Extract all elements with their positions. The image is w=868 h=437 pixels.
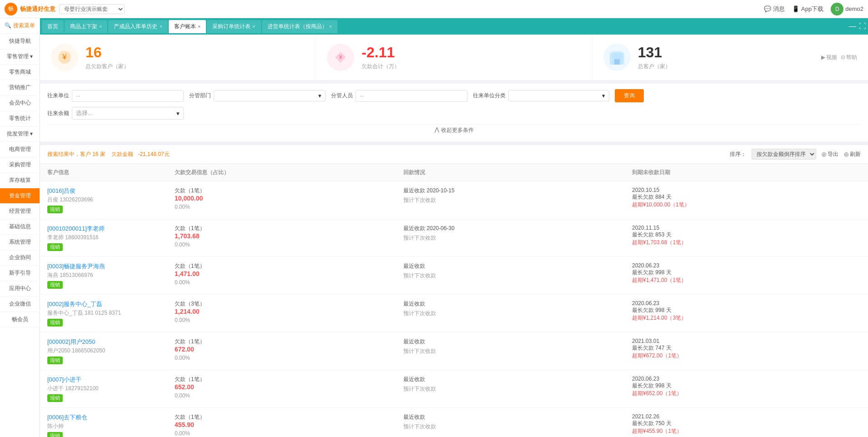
sidebar-item-operation[interactable]: 经营管理	[0, 204, 40, 219]
customer-name[interactable]: [000002]用户2050	[47, 338, 175, 346]
sidebar-item-label: 企业协同	[9, 254, 31, 261]
overdue-link[interactable]: 超期¥652.00（1笔）	[632, 390, 861, 397]
export-icon: ◎	[822, 151, 826, 157]
result-customer-count: 16	[92, 151, 98, 157]
stat-card-debtor-count: ¥ 16 总欠款客户（家）	[40, 35, 316, 80]
sidebar-item-marketing[interactable]: 营销推广	[0, 80, 40, 95]
tab-customer-account[interactable]: 客户账本 ×	[169, 20, 206, 33]
filter-from-unit-input[interactable]: ···	[72, 90, 184, 102]
sidebar-item-basic-info[interactable]: 基础信息	[0, 219, 40, 235]
collapse-row[interactable]: ⋀ 收起更多条件	[47, 124, 861, 136]
avatar: D	[831, 3, 843, 15]
customer-name[interactable]: [0003]畅捷服务尹海燕	[47, 262, 175, 271]
customer-contact: 服务中心_丁磊 181 0125 8371	[47, 309, 175, 317]
top-bar-left: 畅 畅捷通好生意 母婴行业演示账套	[5, 3, 125, 15]
customer-name[interactable]: [0007]小进干	[47, 376, 175, 384]
user-action[interactable]: D demo2	[831, 3, 863, 15]
message-action[interactable]: 💬 消息	[764, 5, 785, 13]
overdue-link[interactable]: 超期¥672.00（1笔）	[632, 352, 861, 360]
app-download-action[interactable]: 📱 App下载	[792, 5, 823, 13]
debt-info-cell: 欠款（1笔） 1,471.00 0.00%	[175, 262, 403, 286]
sidebar-item-label: 基础信息	[9, 223, 31, 230]
customer-name[interactable]: [0006]去下粮仓	[47, 413, 175, 422]
sidebar-item-member[interactable]: 会员中心	[0, 95, 40, 111]
debt-info-cell: 欠款（1笔） 10,000.00 0.00%	[175, 187, 403, 210]
sort-select[interactable]: 按欠款金额倒序排序	[752, 149, 816, 160]
tab-label: 进货单统计表（按商品）	[267, 23, 327, 30]
view-action[interactable]: ▶ 视频	[821, 54, 837, 61]
next-collection: 预计下次收款	[403, 196, 632, 204]
sidebar-item-batch-mgmt[interactable]: 批发管理 ▾	[0, 126, 40, 142]
filter-unit-category-dropdown[interactable]: ▾	[508, 90, 609, 101]
overdue-link[interactable]: 超期¥10,000.00（1笔）	[632, 201, 861, 209]
sidebar-item-guide[interactable]: 新手引导	[0, 266, 40, 281]
customer-name[interactable]: [00010200011]李老师	[47, 225, 175, 233]
repay-info-cell: 最近收款 预计下次收款	[403, 300, 632, 317]
tab-purchase-stats[interactable]: 采购订单统计表 ×	[207, 20, 261, 33]
tab-close-icon[interactable]: ×	[159, 24, 162, 29]
filter-from-unit-label: 往来单位	[47, 92, 69, 100]
debt-amount: 10,000.00	[175, 195, 403, 202]
customer-contact: 用户2050 18665062050	[47, 347, 175, 355]
refresh-btn[interactable]: ◎ 刷新	[844, 151, 861, 158]
due-info-cell: 2020.11.15 最长欠款 853 天 超期¥1,703.68（1笔）	[632, 225, 861, 246]
sidebar-item-retail-mall[interactable]: 零售商城	[0, 65, 40, 80]
tab-close-icon[interactable]: ×	[252, 24, 255, 29]
tab-minimize-btn[interactable]: —	[849, 22, 856, 30]
overdue-link[interactable]: 超期¥1,214.00（3笔）	[632, 314, 861, 322]
sidebar-item-enterprise[interactable]: 企业协同	[0, 250, 40, 266]
debt-info-cell: 欠款（3笔） 1,214.00 0.00%	[175, 300, 403, 323]
sidebar-item-ecommerce[interactable]: 电商管理	[0, 142, 40, 157]
sidebar-search[interactable]: 🔍 搜索菜单	[0, 18, 40, 34]
filter-balance-dropdown[interactable]: 选择... ▾	[72, 107, 184, 120]
sidebar-item-purchase-mgmt[interactable]: 采购管理	[0, 157, 40, 173]
overdue-link[interactable]: 超期¥455.90（1笔）	[632, 427, 861, 435]
customer-info-cell: [0003]畅捷服务尹海燕 海燕 18513066976 现销	[47, 262, 175, 289]
customer-name[interactable]: [0002]服务中心_丁磊	[47, 300, 175, 308]
tab-close-icon[interactable]: ×	[329, 24, 332, 29]
search-button[interactable]: 查询	[615, 89, 644, 102]
filter-dept-dropdown[interactable]: ▾	[214, 90, 326, 101]
sidebar-item-finance[interactable]: 资金管理	[0, 188, 40, 204]
help-action[interactable]: ⊙ 帮助	[841, 54, 857, 61]
sidebar-item-system[interactable]: 系统管理	[0, 235, 40, 250]
main-layout: 🔍 搜索菜单 快捷导航 零售管理 ▾ 零售商城 营销推广 会员中心 零售统计	[0, 18, 868, 437]
overdue-link[interactable]: 超期¥1,471.00（1笔）	[632, 276, 861, 284]
debt-percent: 0.00%	[175, 355, 403, 361]
export-btn[interactable]: ◎ 导出	[822, 151, 838, 158]
stat-actions: ▶ 视频 ⊙ 帮助	[821, 54, 857, 61]
industry-select[interactable]: 母婴行业演示账套	[59, 4, 125, 14]
top-bar: 畅 畅捷通好生意 母婴行业演示账套 💬 消息 📱 App下载 D demo2	[0, 0, 868, 18]
tab-close-icon[interactable]: ×	[198, 24, 201, 29]
customer-name[interactable]: [0016]吕俊	[47, 187, 175, 195]
filter-person-input[interactable]: ···	[356, 90, 467, 102]
tab-production-history[interactable]: 产成品入库单历史 ×	[108, 20, 167, 33]
tab-close-icon[interactable]: ×	[99, 24, 102, 29]
username: demo2	[845, 5, 863, 12]
customer-badge: 现销	[47, 357, 63, 364]
overdue-link[interactable]: 超期¥1,703.68（1笔）	[632, 239, 861, 246]
sidebar-item-member-vip[interactable]: 畅会员	[0, 312, 40, 327]
filter-person: 分管人员 ···	[331, 90, 467, 102]
tab-maximize-btn[interactable]: ⛶	[859, 22, 866, 30]
tab-products-off[interactable]: 商品上下架 ×	[65, 20, 107, 33]
sidebar-item-wechat[interactable]: 企业微信	[0, 296, 40, 312]
sidebar-item-label: 零售管理 ▾	[7, 53, 33, 60]
result-debt-label: 欠款金额	[111, 151, 133, 157]
stat-label-debtor: 总欠款客户（家）	[85, 63, 305, 70]
tab-home[interactable]: 首页	[42, 20, 64, 33]
collapse-label: 收起更多条件	[441, 126, 474, 134]
help-label: 帮助	[846, 54, 857, 61]
tab-label: 采购订单统计表	[212, 23, 251, 30]
debt-amount: 1,214.00	[175, 308, 403, 315]
tab-import-stats[interactable]: 进货单统计表（按商品） ×	[262, 20, 337, 33]
customer-contact: 吕俊 13026203696	[47, 196, 175, 204]
sidebar-item-retail-stats[interactable]: 零售统计	[0, 111, 40, 126]
sidebar-item-inventory[interactable]: 库存核算	[0, 173, 40, 188]
sidebar-item-retail-mgmt[interactable]: 零售管理 ▾	[0, 49, 40, 65]
debt-count: 欠款（1笔）	[175, 262, 403, 270]
sidebar-item-app-center[interactable]: 应用中心	[0, 281, 40, 296]
sidebar-item-quick-nav[interactable]: 快捷导航	[0, 34, 40, 49]
customer-info-cell: [0016]吕俊 吕俊 13026203696 现销	[47, 187, 175, 213]
sidebar-item-label: 新手引导	[9, 270, 31, 276]
